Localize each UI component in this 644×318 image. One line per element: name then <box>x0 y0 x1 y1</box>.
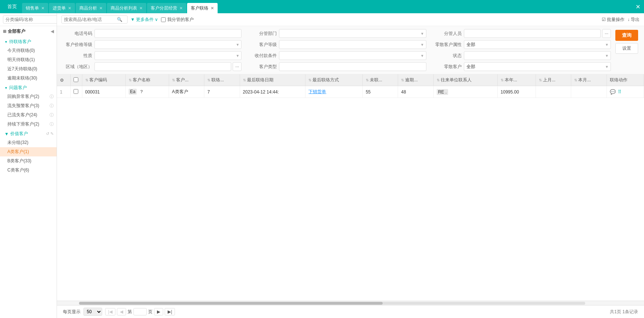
home-tab[interactable]: 首页 <box>3 0 21 13</box>
horizontal-scrollbar[interactable] <box>57 301 644 305</box>
page-number-input[interactable]: 1 <box>133 308 147 315</box>
scrollbar-thumb[interactable] <box>79 302 383 305</box>
query-button[interactable]: 查询 <box>615 30 638 41</box>
export-btn[interactable]: ↓ 导出 <box>627 17 640 23</box>
retail-attr-select[interactable]: 全部 <box>464 40 611 49</box>
sort-icon[interactable]: ⇅ <box>366 78 369 82</box>
region-input[interactable] <box>94 62 231 71</box>
per-page-select[interactable]: 50 100 200 <box>83 308 102 316</box>
th-year-amount[interactable]: ⇅本年... <box>497 74 536 86</box>
close-icon[interactable]: ✕ <box>99 6 103 11</box>
th-last-month[interactable]: ⇅上月... <box>536 74 571 86</box>
payment-select[interactable] <box>279 51 426 60</box>
message-action-icon[interactable]: 💬 <box>610 89 616 95</box>
problem-group-header[interactable]: ▼ 问题客户 <box>0 83 57 92</box>
th-overdue[interactable]: ⇅逾期... <box>398 74 433 86</box>
sort-icon[interactable]: ⇅ <box>172 78 175 82</box>
pending-group-header[interactable]: ▼ 待联络客户 <box>0 37 57 46</box>
sort-icon[interactable]: ⇅ <box>574 78 577 82</box>
settings-button[interactable]: 设置 <box>615 43 638 54</box>
sidebar-item-ungroup[interactable]: 未分组(32) <box>0 138 57 147</box>
region-dots-btn[interactable]: ··· <box>233 62 242 71</box>
sidebar-item-declining[interactable]: 持续下滑客户(2) ⓘ <box>0 120 57 129</box>
value-group-header[interactable]: ▼ 价值客户 ↺ ✎ <box>0 129 57 138</box>
th-checkbox[interactable] <box>70 74 82 86</box>
retail-select[interactable]: 全部 <box>464 62 611 71</box>
refresh-icon[interactable]: ↺ <box>46 131 49 136</box>
sort-icon[interactable]: ⇅ <box>308 78 311 82</box>
all-customers-header[interactable]: ⊞ 全部客户 ◀ <box>0 26 57 37</box>
sort-icon[interactable]: ⇅ <box>539 78 542 82</box>
sort-icon[interactable]: ⇅ <box>129 78 132 82</box>
th-type[interactable]: ⇅客户... <box>169 74 204 86</box>
th-name[interactable]: ⇅客户名称 <box>125 74 169 86</box>
cust-level-select[interactable] <box>279 40 426 49</box>
tab-analysis[interactable]: 商品分析 ✕ <box>76 3 106 13</box>
my-customers-check[interactable] <box>161 17 166 22</box>
first-page-btn[interactable]: |◀ <box>105 308 115 315</box>
select-all-checkbox[interactable] <box>74 77 78 82</box>
close-icon[interactable]: ✕ <box>41 6 44 11</box>
collapse-icon[interactable]: ◀ <box>51 29 54 34</box>
sidebar-item-lost[interactable]: 已流失客户(24) ⓘ <box>0 110 57 120</box>
sidebar-item-overdue[interactable]: 逾期未联络(30) <box>0 74 57 83</box>
row-select-checkbox[interactable] <box>74 89 78 94</box>
cust-type-input[interactable] <box>279 62 426 71</box>
more-action-icon[interactable]: ⠿ <box>618 89 622 95</box>
settings-icon[interactable]: ⚙ <box>60 78 64 83</box>
th-code[interactable]: ⇅客户编码 <box>82 74 125 86</box>
window-close-icon[interactable]: ✕ <box>636 3 640 10</box>
main-search-icon[interactable]: 🔍 <box>117 17 122 22</box>
tab-purchase[interactable]: 进货单 ✕ <box>49 3 75 13</box>
tab-sales[interactable]: 销售单 ✕ <box>22 3 48 13</box>
sort-icon[interactable]: ⇅ <box>243 78 246 82</box>
last-contact-method[interactable]: 下销货单 <box>305 86 362 98</box>
sidebar-item-class-b[interactable]: B类客户(33) <box>0 156 57 166</box>
nature-select[interactable] <box>94 51 242 60</box>
sidebar-search-input[interactable] <box>3 15 57 24</box>
manager-input[interactable] <box>464 29 601 38</box>
th-contact[interactable]: ⇅联络... <box>204 74 240 86</box>
sidebar-item-lost-warning[interactable]: 流失预警客户(3) ⓘ <box>0 101 57 110</box>
sidebar-item-tomorrow[interactable]: 明天待联络(1) <box>0 55 57 64</box>
sidebar-item-7days[interactable]: 近7天待联络(0) <box>0 64 57 74</box>
th-last-date[interactable]: ⇅最后联络日期 <box>240 74 305 86</box>
close-icon[interactable]: ✕ <box>179 6 183 11</box>
close-icon[interactable]: ✕ <box>68 6 71 11</box>
sort-icon[interactable]: ⇅ <box>207 78 210 82</box>
manager-dots-btn[interactable]: ··· <box>602 29 611 38</box>
phone-input[interactable] <box>94 29 242 38</box>
sort-icon[interactable]: ⇅ <box>501 78 504 82</box>
status-select[interactable] <box>464 51 611 60</box>
tab-customer-segment[interactable]: 客户分层经营 ✕ <box>147 3 186 13</box>
prev-page-btn[interactable]: ◀ <box>117 308 126 315</box>
region-label: 区域（地区） <box>63 64 92 70</box>
batch-op-btn[interactable]: ☑ 批量操作 <box>602 17 625 23</box>
th-last-method[interactable]: ⇅最后联络方式 <box>305 74 362 86</box>
scrollbar-track[interactable] <box>79 302 585 305</box>
sort-icon[interactable]: ⇅ <box>437 78 440 82</box>
sidebar-item-class-a[interactable]: A类客户(1) <box>0 147 57 156</box>
edit-icon[interactable]: ✎ <box>50 131 54 136</box>
th-settings[interactable]: ⚙ <box>57 74 70 86</box>
th-contact-person[interactable]: ⇅往来单位联系人 <box>433 74 497 86</box>
tab-customer-contact[interactable]: 客户联络 ✕ <box>187 3 218 13</box>
close-icon[interactable]: ✕ <box>211 6 214 11</box>
th-no-contact[interactable]: ⇅未联... <box>362 74 398 86</box>
th-this-month[interactable]: ⇅本月... <box>571 74 607 86</box>
sidebar-item-today[interactable]: 今天待联络(0) <box>0 46 57 55</box>
main-search-input[interactable] <box>64 17 115 22</box>
tab-analysis-list[interactable]: 商品分析列表 ✕ <box>107 3 146 13</box>
dept-select[interactable] <box>279 29 426 38</box>
next-page-btn[interactable]: ▶ <box>154 308 163 315</box>
sort-icon[interactable]: ⇅ <box>401 78 404 82</box>
row-checkbox[interactable] <box>70 86 82 98</box>
last-page-btn[interactable]: ▶| <box>165 308 175 315</box>
more-conditions-btn[interactable]: ▼ 更多条件 ∨ <box>130 17 158 23</box>
sidebar-item-abnormal[interactable]: 回购异常客户(2) ⓘ <box>0 92 57 101</box>
sort-icon[interactable]: ⇅ <box>85 78 88 82</box>
sidebar-item-class-c[interactable]: C类客户(6) <box>0 166 57 175</box>
close-icon[interactable]: ✕ <box>139 6 143 11</box>
my-customers-checkbox[interactable]: 我分管的客户 <box>161 17 194 23</box>
price-level-select[interactable] <box>94 40 242 49</box>
